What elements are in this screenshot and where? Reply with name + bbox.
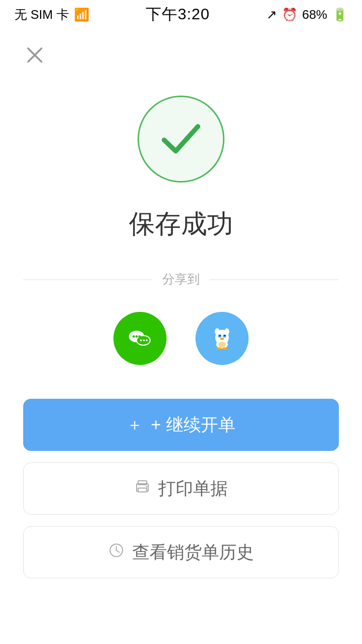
svg-line-0 <box>28 48 42 62</box>
checkmark-svg <box>159 120 203 158</box>
svg-point-20 <box>217 348 222 350</box>
no-sim-text: 无 SIM 卡 <box>14 6 69 23</box>
x-icon-svg <box>25 45 44 65</box>
svg-point-12 <box>224 328 229 335</box>
alarm-icon: ⏰ <box>282 7 297 22</box>
action-buttons: ＋ + 继续开单 打印单据 查看销货单 <box>23 399 339 578</box>
svg-point-4 <box>133 336 135 338</box>
close-icon[interactable] <box>23 43 46 67</box>
continue-order-button[interactable]: ＋ + 继续开单 <box>23 399 339 451</box>
share-divider: 分享到 <box>23 271 339 288</box>
success-icon-circle <box>138 96 224 182</box>
svg-point-25 <box>146 486 148 488</box>
history-button[interactable]: 查看销货单历史 <box>23 526 339 578</box>
plus-icon: ＋ <box>126 414 143 436</box>
svg-line-1 <box>28 48 42 62</box>
svg-rect-24 <box>138 488 147 492</box>
status-right: ↗ ⏰ 68% 🔋 <box>266 7 348 22</box>
clock-icon <box>108 542 125 562</box>
status-time: 下午3:20 <box>146 4 209 25</box>
print-button[interactable]: 打印单据 <box>23 462 339 515</box>
status-bar: 无 SIM 卡 📶 下午3:20 ↗ ⏰ 68% 🔋 <box>0 0 362 29</box>
main-content: 保存成功 分享到 <box>0 81 362 578</box>
svg-point-9 <box>146 339 148 341</box>
history-label: 查看销货单历史 <box>132 541 254 564</box>
printer-svg <box>134 478 151 495</box>
success-title: 保存成功 <box>129 207 233 242</box>
svg-point-8 <box>143 339 145 341</box>
wechat-icon <box>125 324 154 353</box>
svg-point-6 <box>139 336 141 338</box>
wifi-icon: 📶 <box>74 7 89 22</box>
battery-text: 68% <box>302 7 327 22</box>
print-label: 打印单据 <box>158 477 228 501</box>
svg-point-15 <box>219 335 221 336</box>
wechat-share-button[interactable] <box>113 312 167 365</box>
svg-point-16 <box>224 335 225 336</box>
continue-order-label: + 继续开单 <box>151 413 235 437</box>
svg-point-17 <box>220 338 224 340</box>
qq-share-button[interactable] <box>195 312 249 365</box>
location-icon: ↗ <box>266 7 277 22</box>
share-label: 分享到 <box>153 271 209 288</box>
clock-svg <box>108 542 125 559</box>
svg-point-21 <box>223 348 227 350</box>
close-button[interactable] <box>0 29 362 81</box>
battery-icon: 🔋 <box>332 7 348 22</box>
share-icons <box>113 312 249 365</box>
svg-line-28 <box>116 550 119 552</box>
status-left: 无 SIM 卡 📶 <box>14 6 89 23</box>
svg-point-5 <box>136 336 138 338</box>
svg-point-11 <box>215 328 220 335</box>
printer-icon <box>134 478 151 499</box>
svg-point-19 <box>218 342 226 348</box>
qq-icon <box>208 324 237 353</box>
svg-point-7 <box>140 339 142 341</box>
